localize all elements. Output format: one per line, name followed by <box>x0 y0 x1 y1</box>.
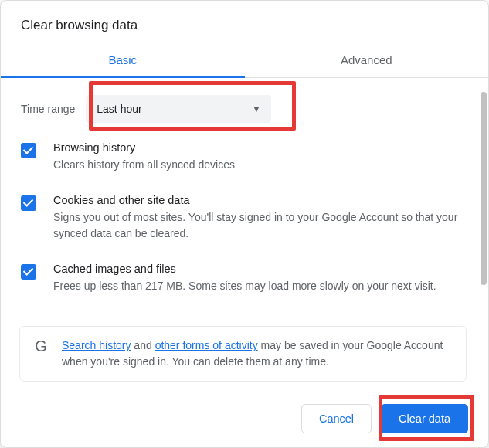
tab-label: Basic <box>108 53 137 66</box>
time-range-row: Time range Last hour ▼ <box>1 78 485 129</box>
clear-data-button[interactable]: Clear data <box>381 404 468 433</box>
option-cache: Cached images and files Frees up less th… <box>21 263 465 294</box>
cancel-button[interactable]: Cancel <box>301 404 372 433</box>
tab-basic[interactable]: Basic <box>1 44 245 77</box>
clear-browsing-data-dialog: Clear browsing data Basic Advanced Time … <box>1 1 488 447</box>
checkbox-cookies[interactable] <box>21 195 36 211</box>
option-browsing-history: Browsing history Clears history from all… <box>21 141 465 172</box>
option-desc: Frees up less than 217 MB. Some sites ma… <box>53 278 436 294</box>
option-desc: Clears history from all synced devices <box>53 157 235 172</box>
scrollbar[interactable] <box>481 84 487 362</box>
dialog-content: Time range Last hour ▼ Browsing history … <box>1 78 488 392</box>
chevron-down-icon: ▼ <box>252 104 260 114</box>
option-cookies: Cookies and other site data Signs you ou… <box>21 194 465 241</box>
button-label: Cancel <box>319 412 354 425</box>
time-range-label: Time range <box>21 103 75 115</box>
info-text-mid: and <box>131 339 155 351</box>
tabs: Basic Advanced <box>1 44 488 78</box>
tab-advanced[interactable]: Advanced <box>245 44 489 77</box>
option-desc: Signs you out of most sites. You'll stay… <box>53 209 465 241</box>
google-account-info: G Search history and other forms of acti… <box>19 326 467 382</box>
button-label: Clear data <box>399 412 450 425</box>
google-g-icon: G <box>32 338 49 355</box>
info-text: Search history and other forms of activi… <box>62 338 453 370</box>
checkbox-browsing-history[interactable] <box>21 143 36 158</box>
checkbox-cache[interactable] <box>21 264 36 280</box>
time-range-select-wrap: Last hour ▼ <box>86 95 271 123</box>
options-list: Browsing history Clears history from all… <box>1 129 485 323</box>
option-title: Cookies and other site data <box>53 194 465 206</box>
option-text: Cached images and files Frees up less th… <box>53 263 436 294</box>
search-history-link[interactable]: Search history <box>62 339 131 351</box>
option-text: Browsing history Clears history from all… <box>53 141 235 172</box>
option-text: Cookies and other site data Signs you ou… <box>53 194 465 241</box>
time-range-value: Last hour <box>97 103 141 115</box>
scrollbar-thumb[interactable] <box>481 92 487 285</box>
time-range-select[interactable]: Last hour ▼ <box>86 95 271 123</box>
dialog-title: Clear browsing data <box>1 1 488 44</box>
tab-label: Advanced <box>341 53 392 66</box>
option-title: Cached images and files <box>53 263 436 275</box>
dialog-footer: Cancel Clear data <box>1 392 488 447</box>
other-activity-link[interactable]: other forms of activity <box>155 339 258 351</box>
option-title: Browsing history <box>53 141 235 154</box>
